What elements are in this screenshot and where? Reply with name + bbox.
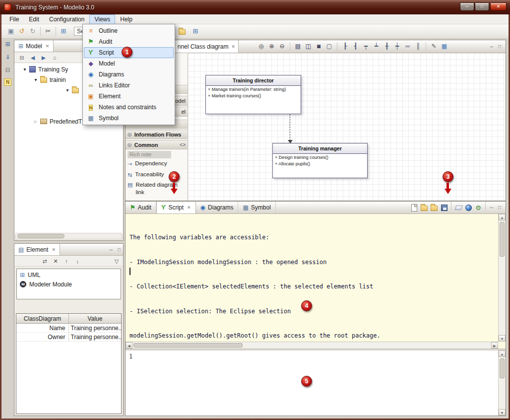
console-vertical-scrollbar[interactable]: ▲ ▼ [498, 214, 506, 342]
align-center-icon[interactable]: ╂ [382, 42, 391, 51]
expand-chevron-icon[interactable]: ▾ [64, 87, 71, 93]
home-icon[interactable]: ⌂ [50, 53, 59, 62]
distribute-icon[interactable]: ┿ [392, 42, 402, 51]
print-icon[interactable]: ▤ [293, 42, 303, 51]
property-value[interactable]: Training personne... [69, 333, 122, 341]
menu-item-outline[interactable]: ≡ Outline [84, 25, 174, 36]
scroll-down-icon[interactable]: ▼ [499, 335, 506, 342]
collapse-chevron-icon[interactable]: ▹ [32, 118, 39, 125]
menu-item-links-editor[interactable]: ∞ Links Editor [84, 80, 174, 91]
close-tab-icon[interactable]: ✕ [46, 44, 50, 49]
undo-icon[interactable]: ↺ [16, 26, 27, 37]
zoom-in-icon[interactable]: ⊕ [267, 42, 276, 51]
table-row[interactable]: Name Training personne... [16, 324, 121, 333]
snapshot-icon[interactable]: ◙ [314, 42, 323, 51]
import-icon[interactable]: ⇓ [3, 53, 12, 62]
align-bottom-icon[interactable]: ┷ [372, 42, 381, 51]
maximize-button[interactable]: □ [475, 2, 489, 11]
move-up-icon[interactable]: ↑ [62, 257, 71, 266]
close-tab-icon[interactable]: ✕ [187, 205, 191, 210]
show-grid-icon[interactable]: ▦ [440, 42, 449, 51]
close-button[interactable]: ✕ [490, 2, 507, 11]
scrollbar-thumb[interactable] [500, 358, 505, 378]
model-horizontal-scrollbar[interactable] [15, 233, 122, 239]
menu-item-notes-and-constraints[interactable]: N Notes and constraints [84, 102, 174, 113]
menu-item-symbol[interactable]: ▦ Symbol [84, 113, 174, 124]
open-folder-icon[interactable] [429, 203, 439, 212]
open-folder-icon[interactable] [179, 29, 186, 35]
menu-item-audit[interactable]: ⚑ Audit [84, 36, 174, 47]
table-row[interactable]: Owner Training personne... [16, 333, 121, 342]
list-item-modeler-module[interactable]: M Modeler Module [17, 280, 121, 289]
clear-icon[interactable] [453, 203, 463, 212]
column-header-value[interactable]: Value [69, 314, 121, 323]
new-diagram-icon[interactable]: ⊞ [190, 26, 201, 37]
scroll-up-icon[interactable]: ▲ [499, 350, 506, 357]
same-width-icon[interactable]: ═ [403, 42, 412, 51]
view-menu-icon[interactable]: ▽ [112, 257, 121, 266]
maximize-view-icon[interactable]: □ [496, 44, 504, 49]
forward-icon[interactable]: ▶ [39, 53, 48, 62]
class-training-manager[interactable]: Training manager + Design training cours… [272, 143, 368, 178]
settings-icon[interactable]: ⚙ [473, 203, 483, 212]
tab-audit[interactable]: ⚑ Audit [126, 202, 156, 213]
tab-script[interactable]: ϒ Script ✕ [156, 202, 195, 213]
menu-views[interactable]: Views [89, 14, 115, 24]
class-training-director[interactable]: Training director + Manage trainers(in P… [205, 75, 301, 114]
scrollbar-thumb[interactable] [17, 234, 64, 238]
delete-icon[interactable]: ✕ [51, 257, 60, 266]
select-icon[interactable]: ▢ [324, 42, 334, 51]
menu-item-model[interactable]: ◆ Model [84, 58, 174, 69]
zoom-out-icon[interactable]: ⊖ [277, 42, 287, 51]
menu-help[interactable]: Help [115, 14, 137, 24]
script-console-output[interactable]: The following variables are accessible: … [126, 214, 506, 349]
save-icon[interactable]: ▣ [5, 26, 16, 37]
align-right-icon[interactable]: ┨ [351, 42, 360, 51]
pencil-icon[interactable]: ✎ [429, 42, 439, 51]
collapse-all-icon[interactable]: ⊟ [17, 53, 26, 62]
menu-configuration[interactable]: Configuration [44, 14, 89, 24]
close-tab-icon[interactable]: ✕ [231, 44, 235, 49]
align-top-icon[interactable]: ┯ [361, 42, 371, 51]
tab-diagrams[interactable]: ◉ Diagrams [196, 202, 239, 213]
scroll-left-icon[interactable]: ◀ [126, 342, 132, 349]
minimize-view-icon[interactable]: ─ [488, 205, 496, 210]
cut-icon[interactable]: ✂ [43, 26, 54, 37]
save-image-icon[interactable]: ◫ [304, 42, 313, 51]
align-left-icon[interactable]: ┠ [340, 42, 350, 51]
maximize-view-icon[interactable]: □ [496, 205, 504, 210]
open-script-icon[interactable] [419, 203, 429, 212]
expand-chevron-icon[interactable]: ▾ [32, 77, 39, 82]
scrollbar-thumb[interactable] [500, 222, 505, 257]
input-vertical-scrollbar[interactable]: ▲ ▼ [498, 350, 506, 416]
save-script-icon[interactable] [439, 203, 449, 212]
palette-item-dependency[interactable]: ⇢ Dependency [128, 160, 186, 168]
restore-view-icon[interactable]: ⊞ [3, 40, 12, 49]
close-tab-icon[interactable]: ✕ [52, 247, 56, 252]
tab-element[interactable]: ▤ Element ✕ [14, 244, 60, 255]
palette-section-information-flows[interactable]: ◎ Information Flows [126, 130, 188, 139]
tab-model[interactable]: ⊞ Model ✕ [14, 40, 54, 52]
minimize-button[interactable]: ─ [460, 2, 474, 11]
grid-icon[interactable]: ⊞ [58, 26, 69, 37]
maximize-view-icon[interactable]: □ [115, 247, 123, 252]
expand-chevron-icon[interactable]: ▾ [21, 67, 28, 72]
list-item-uml[interactable]: ⊞ UML [17, 270, 121, 280]
zoom-fit-icon[interactable]: ◎ [256, 42, 266, 51]
palette-section-common[interactable]: ◎ Common <> [126, 140, 188, 149]
link-icon[interactable]: ⇄ [40, 257, 49, 266]
move-down-icon[interactable]: ↓ [73, 257, 82, 266]
menu-edit[interactable]: Edit [24, 14, 44, 24]
property-value[interactable]: Training personne... [69, 324, 122, 332]
scroll-right-icon[interactable]: ▶ [491, 342, 498, 349]
menu-file[interactable]: File [4, 14, 24, 24]
diagram-canvas[interactable]: Training director + Manage trainers(in P… [188, 53, 506, 201]
console-horizontal-scrollbar[interactable]: ◀ ▶ [126, 342, 498, 349]
run-icon[interactable] [463, 203, 473, 212]
scrollbar-thumb[interactable] [133, 343, 243, 348]
minimize-view-icon[interactable]: ─ [488, 44, 496, 49]
menu-item-diagrams[interactable]: ◉ Diagrams [84, 69, 174, 80]
scroll-down-icon[interactable]: ▼ [499, 409, 506, 416]
note-icon[interactable]: N [4, 78, 11, 86]
menu-item-element[interactable]: ▣ Element [84, 91, 174, 102]
